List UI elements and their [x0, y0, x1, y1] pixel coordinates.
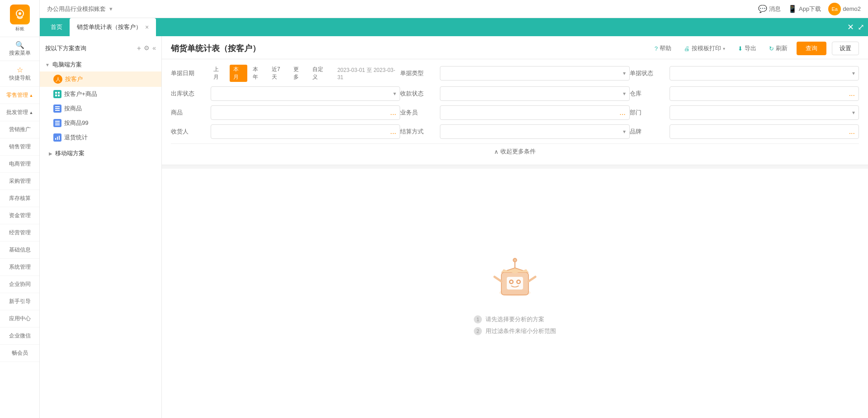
svg-line-26: [528, 277, 535, 281]
refresh-btn[interactable]: ↻ 刷新: [765, 43, 791, 54]
sidebar-shortcut[interactable]: ☆ 快捷导航: [0, 61, 39, 87]
logo-area: 标账: [0, 0, 39, 37]
last-7-days-btn[interactable]: 近7天: [269, 65, 288, 82]
salesperson-filter: 业务员 ...: [400, 105, 629, 120]
goods-select[interactable]: ...: [211, 105, 400, 120]
warehouse-select[interactable]: ...: [670, 86, 859, 101]
warehouse-filter: 仓库 ...: [630, 86, 859, 101]
topbar-left: 办公用品行业模拟账套 ▾: [47, 5, 113, 13]
svg-point-1: [19, 12, 21, 15]
order-type-select[interactable]: ▾: [440, 66, 629, 81]
order-status-select[interactable]: ▾: [670, 66, 859, 81]
salesperson-dots-icon[interactable]: ...: [619, 109, 625, 117]
svg-rect-14: [59, 136, 60, 140]
empty-tips: 1 请先选择要分析的方案 2 用过滤条件来缩小分析范围: [474, 315, 556, 335]
plan-item-by-customer-goods[interactable]: 按客户+商品: [40, 87, 161, 101]
brand-select[interactable]: ...: [670, 124, 859, 139]
this-month-btn[interactable]: 本月: [230, 65, 248, 82]
last-month-btn[interactable]: 上月: [211, 65, 227, 82]
sidebar-item-purchase[interactable]: 采购管理: [0, 173, 39, 190]
settings-plan-icon[interactable]: ⚙: [144, 44, 150, 52]
custom-date-btn[interactable]: 自定义: [310, 65, 331, 82]
tab-home[interactable]: 首页: [43, 18, 70, 36]
collapse-panel-icon[interactable]: «: [152, 44, 156, 52]
svg-rect-7: [55, 108, 60, 109]
sidebar-item-retail[interactable]: 零售管理 ▲: [0, 87, 39, 104]
help-btn[interactable]: ? 帮助: [651, 43, 675, 54]
sidebar-item-ecommerce[interactable]: 电商管理: [0, 156, 39, 173]
svg-point-21: [510, 280, 513, 283]
sidebar-item-apps[interactable]: 应用中心: [0, 310, 39, 328]
goods-dots-icon[interactable]: ...: [390, 109, 396, 117]
settlement-select[interactable]: ▾: [440, 124, 629, 139]
sidebar-item-marketing[interactable]: 营销推广: [0, 121, 39, 138]
svg-rect-2: [55, 92, 57, 94]
dept-select[interactable]: ▾: [670, 105, 859, 120]
more-date-btn[interactable]: 更多: [291, 65, 307, 82]
mobile-group-title[interactable]: ▶ 移动端方案: [40, 147, 161, 160]
page-title: 销货单统计表（按客户）: [171, 43, 260, 54]
sidebar-item-member[interactable]: 畅会员: [0, 345, 39, 362]
brand-dots-icon[interactable]: ...: [849, 128, 855, 136]
sidebar-item-wechat[interactable]: 企业微信: [0, 328, 39, 345]
sidebar-item-guide[interactable]: 新手引导: [0, 293, 39, 310]
consignee-dots-icon[interactable]: ...: [390, 128, 396, 136]
user-menu[interactable]: Ea demo2: [828, 3, 861, 15]
sidebar-item-wholesale[interactable]: 批发管理 ▲: [0, 104, 39, 121]
tab-close-icon[interactable]: ×: [145, 24, 149, 31]
user-name: demo2: [843, 5, 861, 12]
settlement-label: 结算方式: [400, 128, 436, 136]
desktop-group-title[interactable]: ▼ 电脑端方案: [40, 58, 161, 71]
plan-item-by-customer[interactable]: 人 按客户: [40, 71, 161, 87]
consignee-select[interactable]: ...: [211, 124, 400, 139]
salesperson-label: 业务员: [400, 109, 436, 117]
svg-rect-9: [55, 121, 60, 122]
collapse-btn[interactable]: ∧ 收起更多条件: [171, 143, 859, 159]
sidebar-item-cooperation[interactable]: 企业协同: [0, 276, 39, 293]
settings-btn[interactable]: 设置: [832, 42, 859, 55]
tip-num-1: 1: [474, 315, 482, 323]
order-type-filter: 单据类型 ▾: [400, 66, 629, 81]
date-shortcuts: 上月 本月 本年 近7天 更多 自定义 2023-03-01 至 2023-03…: [211, 65, 400, 82]
sidebar-item-inventory[interactable]: 库存核算: [0, 190, 39, 207]
salesperson-select[interactable]: ...: [440, 105, 629, 120]
sidebar-search[interactable]: 🔍 搜索菜单: [0, 37, 39, 61]
export-btn[interactable]: ⬇ 导出: [734, 43, 760, 54]
query-btn[interactable]: 查询: [797, 42, 826, 55]
filter-row-4: 收货人 ... 结算方式 ▾ 品牌: [171, 124, 859, 139]
avatar: Ea: [828, 3, 841, 15]
industry-dropdown-icon[interactable]: ▾: [109, 5, 113, 12]
dept-filter: 部门 ▾: [630, 105, 859, 120]
add-plan-icon[interactable]: +: [137, 44, 141, 52]
order-status-label: 单据状态: [630, 69, 666, 77]
svg-rect-6: [55, 106, 60, 107]
filter-section: 单据日期 上月 本月 本年 近7天 更多 自定义 2023-03-01 至 20…: [162, 59, 868, 165]
print-btn[interactable]: 🖨 按模板打印 ▾: [680, 43, 729, 54]
maximize-icon[interactable]: ⤢: [858, 22, 864, 32]
message-btn[interactable]: 💬 消息: [758, 5, 781, 13]
plan-item-by-goods[interactable]: 按商品: [40, 101, 161, 116]
empty-tip-1: 1 请先选择要分析的方案: [474, 315, 556, 323]
content: 按以下方案查询 + ⚙ « ▼ 电脑端方案 人 按客户: [40, 36, 868, 418]
plan-item-by-goods-99[interactable]: 按商品99: [40, 116, 161, 130]
plan-item-return-stats[interactable]: 退货统计: [40, 130, 161, 145]
receipt-status-select[interactable]: ▾: [440, 86, 629, 101]
empty-tip-2: 2 用过滤条件来缩小分析范围: [474, 327, 556, 335]
close-all-icon[interactable]: ✕: [847, 22, 854, 32]
sidebar-item-operations[interactable]: 经营管理: [0, 224, 39, 242]
sidebar-item-sales[interactable]: 销售管理: [0, 138, 39, 156]
out-chevron-icon: ▾: [393, 90, 396, 97]
tab-sales-stats[interactable]: 销货单统计表（按客户） ×: [70, 18, 156, 36]
sidebar-item-basic[interactable]: 基础信息: [0, 242, 39, 259]
receipt-chevron-icon: ▾: [623, 90, 626, 97]
warehouse-dots-icon[interactable]: ...: [849, 90, 855, 98]
sidebar-item-system[interactable]: 系统管理: [0, 259, 39, 276]
app-download-btn[interactable]: 📱 App下载: [788, 5, 821, 13]
sidebar-item-finance[interactable]: 资金管理: [0, 207, 39, 224]
svg-rect-5: [58, 95, 60, 96]
date-label: 单据日期: [171, 69, 207, 77]
main-area: 办公用品行业模拟账套 ▾ 💬 消息 📱 App下载 Ea demo2 首页: [40, 0, 868, 418]
out-status-select[interactable]: ▾: [211, 86, 400, 101]
mobile-arrow-icon: ▶: [49, 151, 52, 156]
this-year-btn[interactable]: 本年: [250, 65, 266, 82]
